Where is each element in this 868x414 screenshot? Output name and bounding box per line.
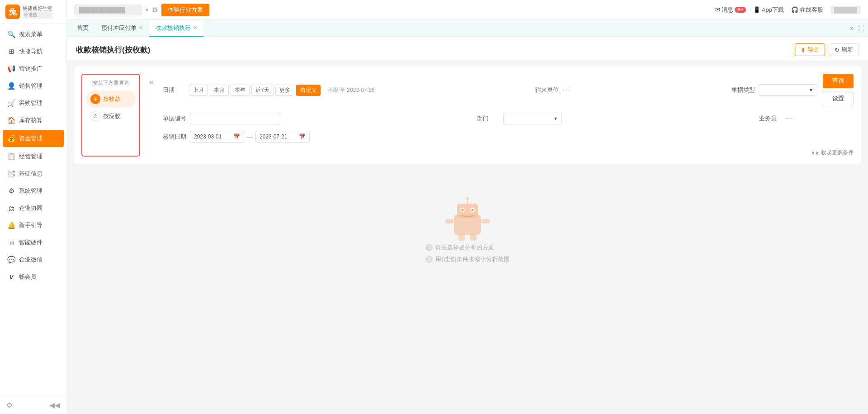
svg-rect-9 xyxy=(470,233,476,241)
date-btn-custom[interactable]: 自定义 xyxy=(296,85,321,96)
export-label: 导出 xyxy=(807,46,819,54)
sidebar-item-label: 企业协同 xyxy=(19,204,42,212)
docno-label: 单据编号 xyxy=(163,114,186,123)
filter-panel: 按以下方案查询 ¥ 按收款 ⏱ 按应收 « 日期 xyxy=(74,67,861,164)
tip-text-1: 请先选择要分析的方案 xyxy=(435,242,494,253)
date-btn-7days[interactable]: 近7天 xyxy=(251,85,274,96)
tabs-bar: 首页 预付冲应付单 ✕ 收款核销执行 ✕ ✕ ⛶ xyxy=(67,20,868,37)
collapse-label: 收起更多条件 xyxy=(821,149,854,157)
svg-point-4 xyxy=(462,209,464,211)
wechat-icon: 💬 xyxy=(7,256,15,264)
dept-label: 部门 xyxy=(477,114,500,123)
topbar-search-box: ████████████ xyxy=(74,5,142,15)
dept-select[interactable]: ▾ xyxy=(503,113,562,124)
counterparty-selector[interactable]: ··· xyxy=(562,86,571,94)
date-btn-this-year[interactable]: 本年 xyxy=(231,85,250,96)
topbar-dropdown-icon[interactable]: ▾ xyxy=(146,7,148,13)
sidebar-item-marketing[interactable]: 📢 营销推广 xyxy=(0,60,66,77)
close-tab-icon[interactable]: ✕ xyxy=(849,25,854,32)
collapse-more-conditions[interactable]: ∧∧ 收起更多条件 xyxy=(163,149,854,157)
online-service-label: 在线客服 xyxy=(800,6,823,14)
verify-date-label: 核销日期 xyxy=(163,133,186,141)
app-download-button[interactable]: 📱 App下载 xyxy=(753,6,784,14)
calendar-start-icon: 📅 xyxy=(233,133,240,140)
empty-tip-2: 2 用[过滤]条件来缩小分析范围 xyxy=(425,253,509,265)
search-menu-icon: 🔍 xyxy=(7,30,15,38)
doctype-select[interactable]: ▾ xyxy=(759,84,817,96)
sidebar-item-system[interactable]: ⚙ 系统管理 xyxy=(0,182,66,200)
date-no-limit-text: 不限 至 2023-07-26 xyxy=(328,86,375,94)
sidebar-item-basic-info[interactable]: 📑 基础信息 xyxy=(0,165,66,182)
filter-sidebar-title: 按以下方案查询 xyxy=(86,79,136,87)
member-icon: V xyxy=(7,274,15,281)
sidebar-item-wechat[interactable]: 💬 企业微信 xyxy=(0,251,66,268)
industry-solution-button[interactable]: 体验行业方案 xyxy=(161,4,209,16)
app-name: 畅捷通好生意 xyxy=(23,5,52,11)
sidebar-item-label: 搜索菜单 xyxy=(19,30,42,38)
sidebar-item-label: 基础信息 xyxy=(19,170,42,178)
sidebar-item-search-menu[interactable]: 🔍 搜索菜单 xyxy=(0,26,66,43)
export-icon: ⬆ xyxy=(801,47,806,53)
empty-state: 1 请先选择要分析的方案 2 用[过滤]条件来缩小分析范围 xyxy=(67,169,868,292)
finance-icon: 💰 xyxy=(7,134,15,143)
svg-point-11 xyxy=(466,197,469,200)
online-service-button[interactable]: 🎧 在线客服 xyxy=(791,6,823,14)
refresh-label: 刷新 xyxy=(841,46,853,54)
sidebar-item-guide[interactable]: 🔔 新手引导 xyxy=(0,217,66,234)
guide-icon: 🔔 xyxy=(7,221,15,229)
tab-prepay-close-icon[interactable]: ✕ xyxy=(139,25,143,31)
sidebar-item-hardware[interactable]: 🖥 智能硬件 xyxy=(0,234,66,251)
sidebar-item-finance[interactable]: 💰 资金管理 xyxy=(3,130,64,147)
date-btn-more[interactable]: 更多 xyxy=(275,85,294,96)
date-btn-last-month[interactable]: 上月 xyxy=(189,85,208,96)
sidebar-bottom: ⚙ ◀◀ xyxy=(0,396,66,414)
app-download-icon: 📱 xyxy=(753,6,760,13)
empty-tip-1: 1 请先选择要分析的方案 xyxy=(425,242,509,253)
topbar-gear-icon[interactable]: ⚙ xyxy=(152,6,158,14)
collapse-filter-button[interactable]: « xyxy=(147,77,156,87)
main-wrapper: ████████████ ▾ ⚙ 体验行业方案 ✉ 消息 99+ 📱 App下载… xyxy=(67,0,868,414)
tab-receipts[interactable]: 收款核销执行 ✕ xyxy=(149,20,203,37)
settings-icon[interactable]: ⚙ xyxy=(6,401,13,409)
sidebar-item-member[interactable]: V 畅会员 xyxy=(0,268,66,286)
empty-tips: 1 请先选择要分析的方案 2 用[过滤]条件来缩小分析范围 xyxy=(425,242,509,265)
refresh-button[interactable]: ↻ 刷新 xyxy=(829,43,859,56)
date-btn-this-month[interactable]: 本月 xyxy=(210,85,229,96)
filter-row-2: 单据编号 部门 ▾ 业务员 ··· xyxy=(163,113,854,124)
maximize-tab-icon[interactable]: ⛶ xyxy=(858,25,864,32)
export-button[interactable]: ⬆ 导出 xyxy=(795,43,825,56)
filter-option-by-receipt[interactable]: ¥ 按收款 xyxy=(86,90,136,108)
staff-selector[interactable]: ··· xyxy=(785,114,794,123)
verify-date-start-input[interactable]: 2023-03-01 📅 xyxy=(190,131,244,143)
tabs-actions: ✕ ⛶ xyxy=(849,25,864,32)
docno-input[interactable] xyxy=(190,113,280,124)
sidebar-item-inventory[interactable]: 🏠 库存核算 xyxy=(0,112,66,129)
tip-text-2: 用[过滤]条件来缩小分析范围 xyxy=(435,253,509,265)
page-title: 收款核销执行(按收款) xyxy=(76,45,150,55)
message-button[interactable]: ✉ 消息 99+ xyxy=(715,6,746,14)
tab-prepay[interactable]: 预付冲应付单 ✕ xyxy=(95,20,149,37)
svg-point-5 xyxy=(472,209,474,211)
refresh-icon: ↻ xyxy=(835,47,840,53)
tab-receipts-close-icon[interactable]: ✕ xyxy=(193,25,197,31)
sidebar-item-enterprise[interactable]: 🗂 企业协同 xyxy=(0,200,66,217)
filter-option-by-receivable[interactable]: ⏱ 按应收 xyxy=(86,108,136,125)
sidebar-item-purchase[interactable]: 🛒 采购管理 xyxy=(0,95,66,112)
tab-home[interactable]: 首页 xyxy=(71,20,95,37)
date-buttons: 上月 本月 本年 近7天 更多 自定义 xyxy=(189,85,321,96)
sidebar-item-ops[interactable]: 📋 经营管理 xyxy=(0,148,66,165)
counterparty-label: 往来单位 xyxy=(535,86,559,94)
query-button[interactable]: 查询 xyxy=(823,74,854,88)
topbar-right: ✉ 消息 99+ 📱 App下载 🎧 在线客服 ██████ xyxy=(715,6,861,14)
sidebar-item-label: 采购管理 xyxy=(19,99,42,107)
hardware-icon: 🖥 xyxy=(7,239,15,247)
date-label: 日期 xyxy=(163,86,185,94)
collapse-sidebar-icon[interactable]: ◀◀ xyxy=(49,401,60,409)
setting-button[interactable]: 设置 xyxy=(823,91,854,106)
verify-date-end-input[interactable]: 2023-07-21 📅 xyxy=(255,131,310,143)
by-receipt-label: 按收款 xyxy=(103,95,121,103)
sidebar-item-quick-nav[interactable]: ⊞ 快捷导航 xyxy=(0,43,66,60)
sidebar-item-sales[interactable]: 👤 销售管理 xyxy=(0,77,66,95)
filter-row-3: 核销日期 2023-03-01 📅 — 2023-07-21 📅 xyxy=(163,131,854,143)
sidebar-item-label: 智能硬件 xyxy=(19,238,42,247)
